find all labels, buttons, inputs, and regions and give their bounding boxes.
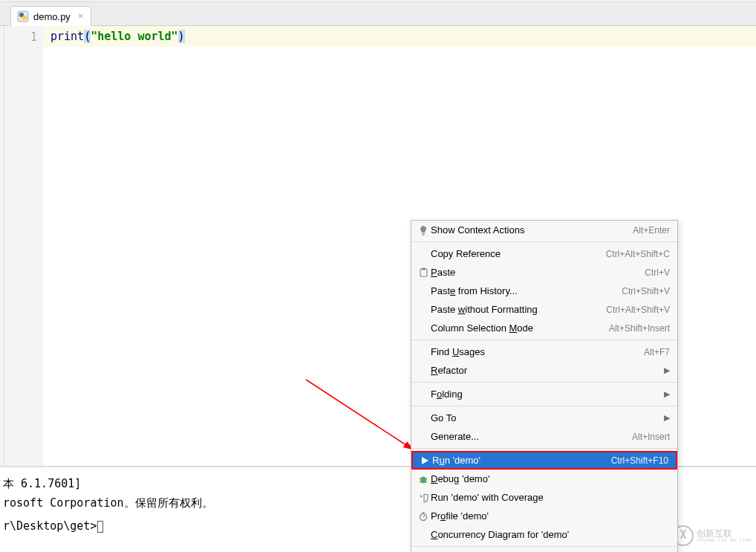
menu-run[interactable]: Run 'demo' Ctrl+Shift+F10 xyxy=(411,451,677,470)
svg-rect-14 xyxy=(423,512,425,513)
menu-find-usages[interactable]: Find Usages Alt+F7 xyxy=(411,342,677,361)
menu-label: Concurrency Diagram for 'demo' xyxy=(431,529,670,540)
submenu-arrow-icon: ▶ xyxy=(664,389,670,399)
tab-close-icon[interactable]: × xyxy=(78,11,83,22)
menu-shortcut: Ctrl+Shift+V xyxy=(622,286,670,296)
menu-label: Find Usages xyxy=(431,346,638,357)
menu-label: Show Context Actions xyxy=(431,224,627,236)
menu-separator xyxy=(411,241,677,242)
menu-shortcut: Alt+Shift+Insert xyxy=(609,323,670,334)
menu-label: Profile 'demo' xyxy=(431,510,670,522)
menu-go-to[interactable]: Go To ▶ xyxy=(411,409,677,427)
profile-icon xyxy=(416,511,431,522)
gutter: 1 xyxy=(4,26,43,466)
menu-show-context-actions[interactable]: Show Context Actions Alt+Enter xyxy=(411,221,677,239)
menu-separator xyxy=(411,546,677,547)
submenu-arrow-icon: ▶ xyxy=(664,366,670,375)
menu-paste-history[interactable]: Paste from History... Ctrl+Shift+V xyxy=(411,282,677,300)
menu-separator xyxy=(411,406,677,406)
token-function: print xyxy=(50,30,84,43)
menu-paste-plain[interactable]: Paste without Formatting Ctrl+Alt+Shift+… xyxy=(411,300,677,319)
menu-profile[interactable]: Profile 'demo' xyxy=(411,507,677,525)
token-paren-close: ) xyxy=(178,30,185,43)
editor-area: 1 print("hello world") Show Context Acti… xyxy=(0,26,756,467)
menu-label: Paste from History... xyxy=(431,285,616,296)
menu-debug[interactable]: Debug 'demo' xyxy=(411,470,677,488)
svg-line-10 xyxy=(426,481,427,482)
editor-tab-bar: demo.py × xyxy=(0,2,756,26)
clipboard-icon xyxy=(416,267,431,277)
menu-shortcut: Alt+Enter xyxy=(633,225,670,236)
svg-point-6 xyxy=(420,476,426,483)
menu-concurrency-diagram[interactable]: Concurrency Diagram for 'demo' xyxy=(411,525,677,544)
svg-line-9 xyxy=(420,481,421,482)
menu-separator xyxy=(411,340,677,340)
menu-folding[interactable]: Folding ▶ xyxy=(411,385,677,403)
menu-shortcut: Ctrl+V xyxy=(645,267,670,278)
menu-generate[interactable]: Generate... Alt+Insert xyxy=(411,427,677,446)
coverage-icon xyxy=(416,493,431,503)
svg-line-8 xyxy=(426,478,427,479)
menu-run-coverage[interactable]: Run 'demo' with Coverage xyxy=(411,488,677,507)
svg-rect-5 xyxy=(422,268,426,270)
menu-paste[interactable]: Paste Ctrl+V xyxy=(411,263,677,282)
menu-label: Copy Reference xyxy=(431,248,600,259)
editor-tab-demo[interactable]: demo.py × xyxy=(10,6,91,26)
menu-refactor[interactable]: Refactor ▶ xyxy=(411,361,677,380)
watermark-subtext: CHUANG XIN HU LIAN xyxy=(697,538,752,542)
menu-label: Debug 'demo' xyxy=(431,473,670,484)
line-number: 1 xyxy=(4,30,37,44)
python-file-icon xyxy=(17,10,29,22)
menu-label: Folding xyxy=(431,389,664,400)
svg-point-2 xyxy=(22,16,27,20)
menu-label: Column Selection Mode xyxy=(431,322,603,334)
code-line-1[interactable]: print("hello world") xyxy=(43,26,756,47)
menu-column-selection[interactable]: Column Selection Mode Alt+Shift+Insert xyxy=(411,319,677,337)
menu-label: Run 'demo' xyxy=(432,455,605,466)
terminal-cursor xyxy=(97,521,103,533)
bug-icon xyxy=(416,474,431,484)
bulb-icon xyxy=(416,225,431,236)
menu-label: Go To xyxy=(431,412,664,423)
menu-shortcut: Ctrl+Alt+Shift+C xyxy=(606,249,670,259)
token-paren-open: ( xyxy=(84,30,91,43)
menu-label: Refactor xyxy=(431,365,664,376)
menu-copy-reference[interactable]: Copy Reference Ctrl+Alt+Shift+C xyxy=(411,244,677,263)
svg-line-13 xyxy=(423,516,425,517)
menu-label: Run 'demo' with Coverage xyxy=(431,492,670,503)
svg-marker-11 xyxy=(420,495,423,498)
watermark: X 创新互联 CHUANG XIN HU LIAN xyxy=(673,525,752,546)
tab-filename: demo.py xyxy=(33,11,71,22)
menu-label: Paste without Formatting xyxy=(431,304,600,315)
menu-shortcut: Ctrl+Shift+F10 xyxy=(611,455,668,466)
submenu-arrow-icon: ▶ xyxy=(664,413,670,423)
menu-label: Generate... xyxy=(431,431,626,442)
menu-shortcut: Ctrl+Alt+Shift+V xyxy=(606,305,670,315)
svg-line-7 xyxy=(420,478,421,479)
run-icon xyxy=(417,457,432,464)
menu-create[interactable]: Create 'demo'... xyxy=(411,549,677,552)
menu-shortcut: Alt+F7 xyxy=(644,347,670,357)
menu-separator xyxy=(411,448,677,449)
menu-separator xyxy=(411,382,677,383)
context-menu: Show Context Actions Alt+Enter Copy Refe… xyxy=(411,220,678,552)
menu-label: Paste xyxy=(431,267,639,278)
token-string: "hello world" xyxy=(91,30,177,43)
menu-shortcut: Alt+Insert xyxy=(632,432,670,442)
